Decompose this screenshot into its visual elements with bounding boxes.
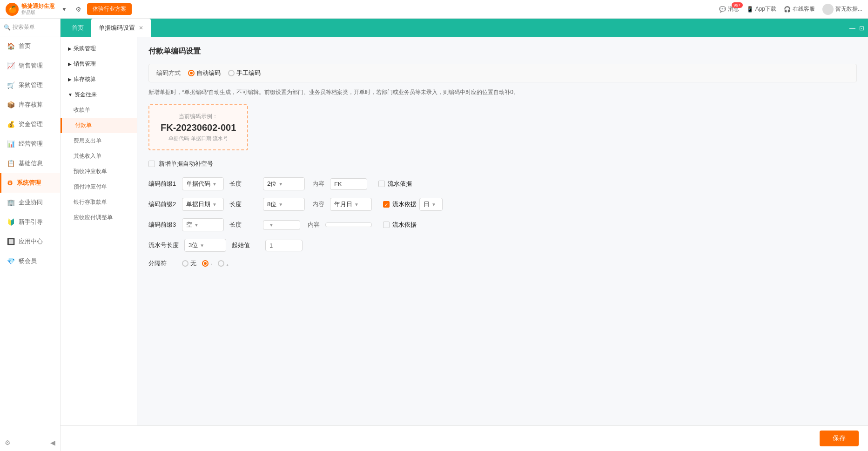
- sidebar-item-finance[interactable]: 💰 资金管理: [0, 114, 60, 134]
- auto-encoding-radio[interactable]: [188, 70, 195, 76]
- user-area[interactable]: 暂无数据...: [822, 4, 862, 15]
- len2-select[interactable]: 8位 ▼: [263, 198, 305, 211]
- serial-len-select[interactable]: 3位 ▼: [184, 239, 226, 252]
- sidebar-item-sales[interactable]: 📈 销售管理: [0, 56, 60, 75]
- sec-purchase-mgmt[interactable]: ▶ 采购管理: [61, 41, 137, 56]
- save-button[interactable]: 保存: [820, 431, 859, 446]
- sep-dash-option[interactable]: ·: [202, 260, 212, 267]
- prefix2-arrow-icon: ▼: [212, 202, 217, 207]
- sec-prepay-recv[interactable]: 预收冲应收单: [61, 164, 137, 179]
- triangle-icon: ▶: [68, 77, 72, 82]
- sec-payment[interactable]: 付款单: [61, 118, 137, 133]
- auto-encoding-option[interactable]: 自动编码: [188, 69, 221, 77]
- sidebar-settings-icon[interactable]: ⚙: [5, 439, 11, 446]
- sidebar-collapse-icon[interactable]: ◀: [50, 439, 55, 446]
- finance-icon: 💰: [7, 121, 15, 128]
- auto-fill-row: 新增单据自动补空号: [148, 160, 857, 168]
- len1-select[interactable]: 2位 ▼: [263, 177, 305, 190]
- sep-dash-radio[interactable]: [202, 260, 209, 267]
- content1-label: 内容: [312, 180, 324, 188]
- serial2-period-select[interactable]: 日 ▼: [419, 198, 443, 211]
- sec-receipt[interactable]: 收款单: [61, 102, 137, 118]
- sidebar-item-purchase[interactable]: 🛒 采购管理: [0, 75, 60, 95]
- manual-encoding-option[interactable]: 手工编码: [228, 69, 261, 77]
- serial1-checkbox[interactable]: [378, 181, 385, 187]
- apps-icon: 🔲: [7, 238, 15, 245]
- sidebar-item-operations[interactable]: 📊 经营管理: [0, 134, 60, 154]
- prefix2-row: 编码前缀2 单据日期 ▼ 长度 8位 ▼ 内容 年月日 ▼: [148, 198, 857, 211]
- sidebar-item-system[interactable]: ⚙ 系统管理: [0, 173, 60, 193]
- tab-maximize-icon[interactable]: ⊡: [859, 25, 864, 32]
- sidebar-search[interactable]: 🔍 搜索菜单: [0, 19, 60, 36]
- topbar-gear-icon[interactable]: ⚙: [73, 5, 84, 14]
- message-button[interactable]: 💬 消息 99+: [719, 5, 739, 13]
- topbar-cta-button[interactable]: 体验行业方案: [87, 3, 132, 15]
- tab-encoding[interactable]: 单据编码设置 ✕: [91, 19, 151, 37]
- sec-stock-mgmt[interactable]: ▶ 库存核算: [61, 72, 137, 87]
- len1-arrow-icon: ▼: [278, 182, 283, 187]
- separator-row: 分隔符 无 · 。: [148, 259, 857, 268]
- sec-recv-pay-adj[interactable]: 应收应付调整单: [61, 210, 137, 225]
- sidebar-item-apps[interactable]: 🔲 应用中心: [0, 232, 60, 251]
- sep-none-radio[interactable]: [182, 260, 188, 267]
- content-area: 首页 单据编码设置 ✕ — ⊡ ▶ 采购管理 ▶ 销售管理: [61, 19, 868, 451]
- sep-dot-radio[interactable]: [218, 260, 224, 267]
- prefix3-select[interactable]: 空 ▼: [182, 218, 224, 231]
- sidebar-item-inventory[interactable]: 📦 库存核算: [0, 95, 60, 114]
- prefix3-arrow-icon: ▼: [194, 222, 199, 228]
- sec-bank-deposit[interactable]: 银行存取款单: [61, 195, 137, 210]
- tabs-bar: 首页 单据编码设置 ✕ — ⊡: [61, 19, 868, 37]
- coop-icon: 🏢: [7, 199, 15, 206]
- sidebar-footer: ⚙ ◀: [0, 434, 60, 451]
- prefix2-select[interactable]: 单据日期 ▼: [182, 198, 224, 211]
- manual-encoding-radio[interactable]: [228, 70, 235, 76]
- serial3-label: 流水依据: [392, 221, 417, 229]
- online-service-button[interactable]: 🎧 在线客服: [784, 5, 815, 13]
- member-icon: 💎: [7, 257, 15, 265]
- auto-fill-label: 新增单据自动补空号: [159, 160, 213, 168]
- tab-minimize-icon[interactable]: —: [849, 25, 855, 32]
- sep-dash-text: ·: [210, 260, 212, 267]
- serial2-period-arrow-icon: ▼: [431, 202, 436, 207]
- message-icon: 💬: [719, 6, 726, 13]
- auto-fill-checkbox[interactable]: [148, 161, 155, 167]
- serial3-checkbox[interactable]: [383, 222, 390, 228]
- prefix1-label: 编码前缀1: [148, 180, 176, 188]
- sidebar-item-coop[interactable]: 🏢 企业协同: [0, 193, 60, 212]
- page-title: 付款单编码设置: [148, 47, 857, 56]
- prefix1-arrow-icon: ▼: [212, 182, 217, 187]
- preview-sub: 单据代码-单据日期-流水号: [161, 135, 236, 142]
- sidebar-item-member[interactable]: 💎 畅会员: [0, 251, 60, 271]
- tab-close-icon[interactable]: ✕: [139, 25, 143, 31]
- main-layout: 🔍 搜索菜单 🏠 首页 📈 销售管理 🛒 采购管理 📦 库存核算 💰: [0, 19, 868, 451]
- tabs-actions: — ⊡: [849, 25, 864, 32]
- content2-label: 内容: [312, 200, 324, 209]
- sec-sales-mgmt[interactable]: ▶ 销售管理: [61, 56, 137, 72]
- topbar-dropdown[interactable]: ▼: [59, 5, 70, 13]
- search-icon: 🔍: [4, 24, 11, 31]
- start-input[interactable]: [265, 240, 303, 251]
- serial2-label: 流水依据: [392, 200, 417, 209]
- basic-icon: 📋: [7, 160, 15, 167]
- sep-none-option[interactable]: 无: [182, 259, 196, 268]
- topbar: 🍊 畅捷通好生意 拼品版 ▼ ⚙ 体验行业方案 💬 消息 99+ 📱 App下载…: [0, 0, 868, 19]
- sep-dot-option[interactable]: 。: [218, 259, 232, 268]
- prefix1-select[interactable]: 单据代码 ▼: [182, 177, 224, 190]
- sec-expense[interactable]: 费用支出单: [61, 133, 137, 148]
- serial2-checkbox[interactable]: ✓: [383, 201, 390, 208]
- app-download-button[interactable]: 📱 App下载: [747, 5, 776, 13]
- sidebar-item-newguide[interactable]: 🔰 新手引导: [0, 212, 60, 232]
- sec-prepay-pay[interactable]: 预付冲应付单: [61, 179, 137, 195]
- sidebar-item-basic[interactable]: 📋 基础信息: [0, 154, 60, 173]
- content2-select[interactable]: 年月日 ▼: [330, 198, 372, 211]
- sec-other-income[interactable]: 其他收入单: [61, 148, 137, 164]
- topbar-right: 💬 消息 99+ 📱 App下载 🎧 在线客服 暂无数据...: [719, 4, 862, 15]
- sec-capital-mgmt[interactable]: ▼ 资金往来: [61, 87, 137, 102]
- serial-len-label: 流水号长度: [148, 241, 179, 249]
- encoding-radio-group: 自动编码 手工编码: [188, 69, 261, 77]
- sidebar-item-home[interactable]: 🏠 首页: [0, 36, 60, 56]
- secondary-sidebar: ▶ 采购管理 ▶ 销售管理 ▶ 库存核算 ▼ 资金往来 收款单: [61, 37, 137, 425]
- len3-select[interactable]: ▼: [263, 220, 300, 230]
- right-panel: ▶ 采购管理 ▶ 销售管理 ▶ 库存核算 ▼ 资金往来 收款单: [61, 37, 868, 425]
- tab-home[interactable]: 首页: [64, 19, 91, 37]
